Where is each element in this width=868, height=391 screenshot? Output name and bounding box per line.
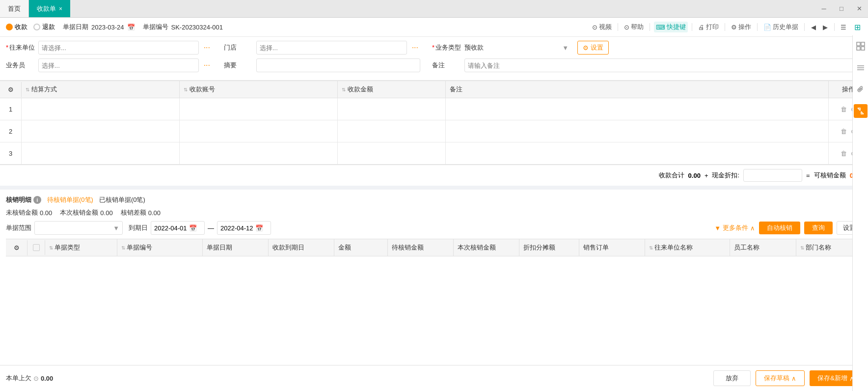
settings-button[interactable]: ⚙ 设置 — [577, 41, 609, 55]
current-value: 0.00 — [100, 209, 112, 217]
amount-sort-icon[interactable]: ⇅ — [342, 87, 346, 92]
close-button[interactable]: ✕ — [850, 0, 868, 18]
bth-check[interactable] — [27, 240, 45, 255]
receipt-radio[interactable]: 收款 — [6, 23, 27, 31]
delete-icon-1[interactable]: 🗑 — [841, 106, 847, 113]
date-to-input[interactable]: 2022-04-12 📅 — [217, 221, 271, 235]
date-calendar-icon[interactable]: 📅 — [127, 24, 135, 31]
td-account-1[interactable] — [180, 98, 338, 120]
store-more-btn[interactable]: ··· — [410, 43, 420, 52]
date-value: 2023-03-24 — [91, 24, 124, 31]
partner-input[interactable] — [38, 41, 199, 55]
verifiable-label: 可核销金额 — [814, 171, 846, 180]
receipt-radio-circle — [6, 24, 13, 30]
delete-icon-2[interactable]: 🗑 — [841, 128, 847, 135]
operation-btn[interactable]: ⚙ 操作 — [729, 22, 753, 32]
minimize-button[interactable]: ─ — [815, 0, 833, 18]
next-arrow[interactable]: ▶ — [820, 22, 830, 32]
delete-icon-3[interactable]: 🗑 — [841, 150, 847, 157]
date-from-icon[interactable]: 📅 — [189, 224, 197, 232]
td-remark-2[interactable] — [446, 120, 829, 142]
print-btn[interactable]: 🖨 打印 — [696, 22, 721, 32]
row-num-3: 3 — [9, 150, 12, 157]
verif-info-icon[interactable]: i — [33, 196, 41, 204]
bth-wait: 待核销金额 — [388, 239, 454, 256]
tab-receipt[interactable]: 收款单 × — [29, 0, 70, 17]
date-to-icon[interactable]: 📅 — [255, 224, 263, 232]
bth-due: 收款到期日 — [269, 239, 334, 256]
diff-value: 0.00 — [148, 209, 161, 217]
done-tab[interactable]: 已核销单据(0笔) — [99, 196, 145, 204]
maximize-button[interactable]: □ — [833, 0, 850, 18]
staff-input[interactable] — [38, 58, 199, 72]
biz-type-arrow[interactable]: ▼ — [562, 44, 569, 52]
footer-info-icon[interactable]: ⊙ — [33, 375, 39, 382]
date-from-input[interactable]: 2022-04-01 📅 — [151, 221, 205, 235]
more-conditions-btn[interactable]: ▼ 更多条件 ∧ — [714, 223, 755, 232]
header-checkbox[interactable] — [33, 244, 40, 251]
range-select[interactable]: ▼ — [34, 221, 123, 235]
pending-tab[interactable]: 待核销单据(0笔) — [47, 196, 93, 204]
td-num-2: 2 — [0, 120, 22, 142]
filter-left: 单据范围 ▼ 到期日 2022-04-01 📅 — 2022-04-12 — [6, 221, 271, 235]
partner-field: 往来单位 ··· — [6, 41, 212, 55]
th-amount: ⇅ 收款金额 — [338, 81, 446, 98]
th-gear[interactable]: ⚙ — [0, 82, 22, 97]
td-num-1: 1 — [0, 98, 22, 120]
biz-type-field: 业务类型 预收款 ▼ ⚙ 设置 — [432, 41, 609, 55]
td-account-3[interactable] — [180, 142, 338, 164]
type-sort-icon[interactable]: ⇅ — [49, 245, 53, 251]
staff-more-btn[interactable]: ··· — [202, 61, 212, 70]
list-layout-btn[interactable]: ☰ — [839, 22, 848, 32]
window-controls: ─ □ ✕ — [815, 0, 868, 18]
remark-field: 备注 — [432, 58, 862, 72]
prev-arrow[interactable]: ◀ — [809, 22, 818, 32]
unverified-stat: 未核销金额 0.00 — [6, 208, 52, 217]
bth-gear[interactable]: ⚙ — [6, 240, 27, 255]
dept-sort-icon[interactable]: ⇅ — [800, 245, 804, 251]
partner-sort-icon[interactable]: ⇅ — [649, 245, 653, 251]
bth-date: 单据日期 — [203, 239, 269, 256]
sidebar-table-icon[interactable] — [854, 39, 868, 53]
td-amount-1[interactable] — [338, 98, 446, 120]
table-row: 1 🗑 ⊕ — [0, 98, 868, 120]
remark-input[interactable] — [464, 58, 862, 72]
discount-input[interactable] — [743, 169, 802, 182]
td-remark-3[interactable] — [446, 142, 829, 164]
bth-staff: 员工名称 — [730, 239, 796, 256]
video-btn[interactable]: ⊙ 视频 — [590, 22, 614, 32]
save-draft-btn[interactable]: 保存草稿 ∧ — [756, 370, 805, 386]
query-btn[interactable]: 查询 — [804, 222, 833, 234]
td-amount-2[interactable] — [338, 120, 446, 142]
abandon-btn[interactable]: 放弃 — [713, 370, 751, 386]
num-sort-icon[interactable]: ⇅ — [121, 245, 125, 251]
td-settle-3[interactable] — [22, 142, 180, 164]
top-toolbar: 收款 退款 单据日期 2023-03-24 📅 单据编号 SK-20230324… — [0, 18, 868, 37]
settle-sort-icon[interactable]: ⇅ — [26, 87, 29, 92]
summary-input[interactable] — [256, 58, 420, 72]
tab-close-icon[interactable]: × — [59, 5, 62, 12]
td-remark-1[interactable] — [446, 98, 829, 120]
partner-more-btn[interactable]: ··· — [202, 43, 212, 52]
refund-radio[interactable]: 退款 — [33, 23, 55, 31]
auto-verify-btn[interactable]: 自动核销 — [759, 222, 800, 234]
verif-stats: 未核销金额 0.00 本次核销金额 0.00 核销差额 0.00 — [6, 208, 862, 217]
staff-label: 业务员 — [6, 61, 35, 70]
row-num-1: 1 — [9, 106, 12, 113]
tab-home[interactable]: 首页 — [0, 0, 29, 17]
shortcut-btn[interactable]: ⌨ 快捷键 — [654, 22, 688, 32]
sidebar-attachment-icon[interactable] — [854, 83, 868, 96]
sidebar-list-icon[interactable] — [854, 61, 868, 75]
td-amount-3[interactable] — [338, 142, 446, 164]
td-account-2[interactable] — [180, 120, 338, 142]
account-sort-icon[interactable]: ⇅ — [184, 87, 188, 92]
store-input[interactable] — [256, 41, 407, 55]
help-btn[interactable]: ⊙ 帮助 — [622, 22, 646, 32]
table-icon-svg — [856, 42, 865, 51]
grid-layout-btn[interactable]: ⊞ — [852, 22, 862, 32]
td-settle-2[interactable] — [22, 120, 180, 142]
filter-right: ▼ 更多条件 ∧ 自动核销 查询 设置 — [714, 221, 862, 235]
sidebar-expand-icon[interactable] — [854, 104, 868, 118]
history-btn[interactable]: 📄 历史单据 — [761, 22, 800, 32]
td-settle-1[interactable] — [22, 98, 180, 120]
